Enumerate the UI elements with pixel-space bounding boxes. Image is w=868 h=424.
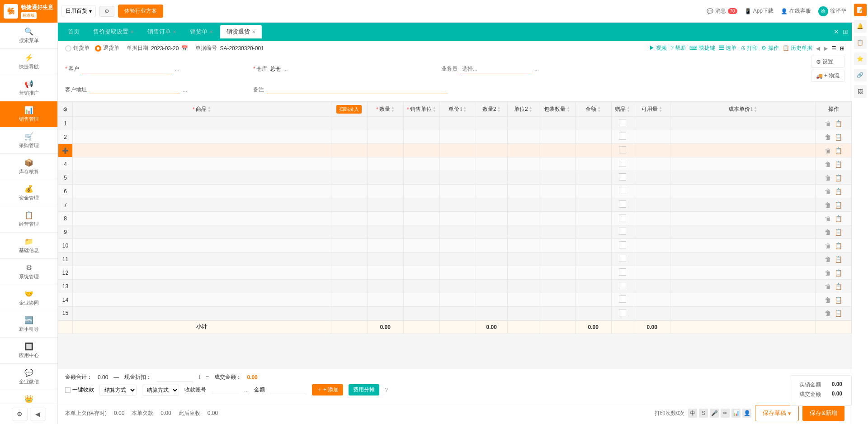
video-btn[interactable]: ▶ 视频 — [649, 44, 667, 52]
price-cell-2[interactable] — [439, 130, 476, 144]
th-qty-sort[interactable]: * 数量 ▲▼ — [369, 105, 401, 113]
copy-btn[interactable]: 📋 — [834, 255, 843, 264]
tab-price-setting[interactable]: 售价提取设置 ✕ — [87, 25, 140, 38]
delete-btn-3[interactable]: 🗑 — [824, 146, 832, 155]
gift-checkbox[interactable] — [619, 173, 626, 181]
gift-cell-3[interactable] — [611, 144, 634, 157]
th-unit-sort[interactable]: * 销售单位 ▲▼ — [406, 105, 438, 113]
copy-btn[interactable]: 📋 — [834, 173, 843, 182]
salesman-dots[interactable]: ... — [534, 66, 539, 72]
gift-checkbox-1[interactable] — [619, 119, 626, 126]
amount-cell-2[interactable] — [575, 130, 611, 144]
delete-btn[interactable]: 🗑 — [824, 187, 832, 196]
delete-btn[interactable]: 🗑 — [824, 200, 832, 210]
amount-cell-3[interactable] — [575, 144, 611, 157]
unit-cell-3[interactable] — [403, 144, 439, 157]
right-panel-btn-2[interactable]: 🔔 — [854, 20, 867, 33]
account-input[interactable] — [212, 386, 239, 394]
qty-cell-2[interactable] — [367, 130, 403, 144]
operations-btn[interactable]: ⚙ 操作 — [761, 44, 778, 52]
pack-cell-3[interactable] — [539, 144, 575, 157]
tab-sales-order[interactable]: 销售订单 ✕ — [141, 25, 183, 38]
account-dots[interactable]: ... — [244, 387, 249, 393]
save-new-btn[interactable]: 保存&新增 — [802, 405, 844, 421]
delete-btn-2[interactable]: 🗑 — [824, 133, 832, 142]
salesman-input[interactable] — [460, 65, 532, 73]
experience-btn[interactable]: 体验行业方案 — [118, 5, 163, 18]
delete-btn[interactable]: 🗑 — [824, 228, 832, 237]
warehouse-dots[interactable]: ... — [283, 66, 288, 72]
sidebar-item-system[interactable]: ⚙ 系统管理 — [0, 259, 57, 285]
add-payment-btn[interactable]: ＋ + 添加 — [312, 384, 343, 395]
tab-sales-return[interactable]: 销货退货 ✕ — [220, 25, 262, 38]
pack-cell-1[interactable] — [539, 117, 575, 130]
price-cell-3[interactable] — [439, 144, 476, 157]
amount-cell-1[interactable] — [575, 117, 611, 130]
copy-btn[interactable]: 📋 — [834, 187, 843, 196]
th-available-sort[interactable]: 可用量 ▲▼ — [636, 105, 668, 113]
tab-close-all-btn[interactable]: ✕ — [834, 28, 839, 35]
delete-btn[interactable]: 🗑 — [824, 268, 832, 277]
sidebar-item-search[interactable]: 🔍 搜索菜单 — [0, 23, 57, 49]
copy-btn[interactable]: 📋 — [834, 295, 843, 305]
right-panel-btn-4[interactable]: ⭐ — [854, 52, 867, 65]
address-input[interactable] — [90, 86, 180, 94]
unit2-cell-2[interactable] — [507, 130, 539, 144]
th-goods-sort[interactable]: * 商品 ▲▼ — [75, 105, 329, 113]
qty2-cell-1[interactable] — [476, 117, 507, 130]
gift-cell-1[interactable] — [611, 117, 634, 130]
copy-btn[interactable]: 📋 — [834, 228, 843, 237]
qty-cell-1[interactable] — [367, 117, 403, 130]
gift-checkbox[interactable] — [619, 160, 626, 167]
cost-cell-3[interactable] — [670, 144, 815, 157]
radio-delivery[interactable]: 销货单 — [65, 44, 90, 52]
sidebar-item-apps[interactable]: 🔲 应用中心 — [0, 338, 57, 364]
sidebar-item-base[interactable]: 📁 基础信息 — [0, 233, 57, 259]
right-panel-btn-5[interactable]: 🔗 — [854, 69, 867, 81]
payment-amount-input[interactable] — [270, 386, 307, 394]
settlement-method-select[interactable]: 结算方式 — [99, 385, 137, 395]
view-list-btn[interactable]: ☰ — [831, 45, 836, 52]
sidebar-settings-btn[interactable]: ⚙ — [12, 408, 28, 420]
gift-checkbox[interactable] — [619, 228, 626, 235]
sidebar-item-member[interactable]: 👑 畅会员 — [0, 390, 57, 404]
gear-settings-btn[interactable]: ⚙ — [99, 6, 114, 17]
address-dots[interactable]: ... — [183, 87, 187, 93]
copy-btn[interactable]: 📋 — [834, 200, 843, 210]
gift-checkbox-3[interactable] — [619, 146, 626, 153]
tab-delivery-close[interactable]: ✕ — [209, 29, 213, 34]
copy-btn[interactable]: 📋 — [834, 309, 843, 318]
sidebar-item-sales[interactable]: 📊 销售管理 — [0, 101, 57, 128]
qty-cell-3[interactable] — [367, 144, 403, 157]
gift-checkbox[interactable] — [619, 200, 626, 208]
save-draft-btn[interactable]: 保存草稿 ▾ — [755, 405, 799, 421]
status-icon-4[interactable]: ✏ — [721, 409, 730, 418]
customer-input[interactable] — [82, 65, 172, 73]
copy-btn[interactable]: 📋 — [834, 214, 843, 223]
one-click-pay-checkbox[interactable]: 一键收款 — [65, 386, 94, 394]
sidebar-item-wechat[interactable]: 💬 企业微信 — [0, 364, 57, 390]
print-btn[interactable]: 🖨 打印 — [740, 44, 758, 52]
copy-btn[interactable]: 📋 — [834, 160, 843, 169]
unit-cell-1[interactable] — [403, 117, 439, 130]
gift-checkbox[interactable] — [619, 214, 626, 221]
logistics-btn[interactable]: 🚚 + 物流 — [811, 70, 844, 82]
available-cell-2[interactable] — [634, 130, 670, 144]
sidebar-item-shortcut[interactable]: ⚡ 快捷导航 — [0, 49, 57, 75]
goods-cell-2[interactable] — [73, 130, 331, 144]
tab-sales-order-close[interactable]: ✕ — [173, 29, 176, 34]
sidebar-collapse-btn[interactable]: ◀ — [30, 408, 46, 420]
calc-method-select[interactable]: 结算方式 — [142, 385, 179, 395]
th-amount-sort[interactable]: 金额 ▲▼ — [577, 105, 609, 113]
sidebar-item-marketing[interactable]: 📢 营销推广 — [0, 75, 57, 101]
qty2-cell-2[interactable] — [476, 130, 507, 144]
copy-btn-3[interactable]: 📋 — [834, 146, 843, 155]
status-icon-2[interactable]: S — [699, 409, 708, 418]
industry-dropdown[interactable]: 日用百货 ▾ — [61, 5, 96, 17]
sidebar-item-stock[interactable]: 📦 库存核算 — [0, 154, 57, 180]
gift-checkbox[interactable] — [619, 295, 626, 303]
copy-btn[interactable]: 📋 — [834, 268, 843, 277]
th-settings[interactable]: ⚙ — [58, 102, 73, 117]
tab-manage-btn[interactable]: ⊞ — [843, 28, 848, 35]
tab-home[interactable]: 首页 — [61, 25, 86, 38]
